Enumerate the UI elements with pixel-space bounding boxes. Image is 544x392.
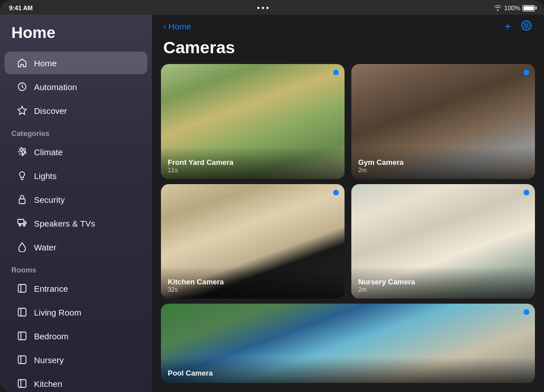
battery-icon: [522, 5, 535, 11]
discover-icon: [16, 104, 28, 117]
camera-name: Kitchen Camera: [168, 278, 338, 286]
sidebar-item-climate[interactable]: Climate: [5, 140, 147, 163]
sidebar-discover-label: Discover: [34, 106, 67, 116]
status-time: 9:41 AM: [9, 5, 33, 11]
camera-card-pool[interactable]: Pool Camera: [161, 304, 535, 383]
camera-card-gym[interactable]: Gym Camera 2m: [351, 64, 535, 179]
camera-name: Front Yard Camera: [168, 158, 338, 167]
camera-time: 2m: [358, 286, 528, 293]
svg-rect-12: [18, 356, 26, 364]
svg-point-3: [24, 152, 26, 154]
room-icon: [16, 282, 28, 295]
camera-time: 32s: [168, 286, 338, 293]
sidebar-kitchen-label: Kitchen: [34, 379, 62, 389]
status-dot: [266, 7, 269, 9]
sidebar-item-discover[interactable]: Discover: [5, 99, 147, 122]
room-icon: [16, 330, 28, 342]
sidebar-item-water[interactable]: Water: [5, 236, 147, 258]
camera-card-nursery[interactable]: Nursery Camera 2m: [351, 184, 535, 299]
sidebar-title: Home: [0, 24, 152, 51]
categories-section-label: Categories: [0, 122, 152, 140]
back-chevron-icon: ‹: [163, 22, 166, 32]
room-icon: [16, 353, 28, 366]
sidebar-bedroom-label: Bedroom: [34, 331, 69, 341]
camera-live-dot: [524, 70, 529, 75]
camera-live-dot: [524, 190, 529, 195]
svg-rect-10: [18, 308, 26, 316]
sidebar-item-lights[interactable]: Lights: [5, 164, 147, 187]
camera-grid: Front Yard Camera 11s Gym Camera 2m: [152, 64, 544, 392]
home-icon: [16, 57, 28, 69]
svg-rect-5: [19, 199, 26, 203]
room-icon: [16, 377, 28, 390]
camera-live-dot: [333, 190, 339, 195]
sidebar-item-bedroom[interactable]: Bedroom: [5, 325, 147, 347]
svg-point-2: [23, 148, 26, 151]
water-icon: [16, 241, 28, 253]
camera-overlay: Pool Camera: [161, 357, 535, 383]
svg-rect-6: [18, 219, 24, 224]
camera-overlay: Kitchen Camera 32s: [161, 266, 345, 299]
camera-overlay: Gym Camera 2m: [351, 147, 535, 179]
main-layout: Home Home Automation: [0, 15, 544, 392]
sidebar-item-kitchen[interactable]: Kitchen: [5, 372, 147, 392]
camera-live-dot: [333, 70, 339, 75]
svg-point-15: [525, 24, 528, 27]
back-button[interactable]: ‹ Home: [163, 22, 191, 32]
status-center: [257, 7, 269, 9]
climate-icon: [16, 146, 28, 158]
sidebar: Home Home Automation: [0, 15, 152, 392]
sidebar-entrance-label: Entrance: [34, 284, 68, 293]
add-button[interactable]: +: [504, 21, 511, 32]
sidebar-item-entrance[interactable]: Entrance: [5, 277, 147, 300]
sidebar-item-speakers-tvs[interactable]: Speakers & TVs: [5, 212, 147, 235]
security-icon: [16, 193, 28, 206]
scene-button[interactable]: [520, 19, 533, 33]
sidebar-nursery-label: Nursery: [34, 355, 64, 365]
sidebar-security-label: Security: [34, 195, 65, 204]
sidebar-living-room-label: Living Room: [34, 308, 81, 317]
sidebar-item-automation[interactable]: Automation: [5, 75, 147, 98]
content-area: ‹ Home + Cameras: [152, 15, 544, 392]
rooms-section-label: Rooms: [0, 259, 152, 276]
camera-time: 11s: [168, 167, 338, 173]
camera-overlay: Nursery Camera 2m: [351, 266, 535, 299]
sidebar-item-living-room[interactable]: Living Room: [5, 301, 147, 323]
header-actions: +: [504, 19, 533, 33]
camera-name: Pool Camera: [168, 369, 528, 377]
svg-marker-1: [18, 106, 27, 114]
camera-name: Gym Camera: [358, 158, 528, 167]
sidebar-water-label: Water: [34, 242, 56, 252]
battery-percentage: 100%: [504, 5, 520, 11]
lights-icon: [16, 169, 28, 182]
room-icon: [16, 306, 28, 318]
status-dot: [262, 7, 264, 9]
svg-rect-11: [18, 332, 26, 340]
sidebar-home-label: Home: [34, 58, 57, 68]
back-label: Home: [168, 22, 191, 31]
sidebar-lights-label: Lights: [34, 171, 57, 181]
device-frame: 9:41 AM 100% Home: [0, 0, 544, 392]
sidebar-climate-label: Climate: [34, 147, 63, 157]
svg-point-4: [22, 154, 24, 155]
sidebar-speakers-label: Speakers & TVs: [34, 219, 95, 228]
status-right: 100%: [494, 5, 535, 12]
camera-time: 2m: [358, 167, 528, 173]
page-title: Cameras: [152, 36, 544, 64]
sidebar-automation-label: Automation: [34, 82, 77, 92]
camera-card-kitchen[interactable]: Kitchen Camera 32s: [161, 184, 345, 299]
status-bar: 9:41 AM 100%: [0, 0, 544, 15]
sidebar-item-security[interactable]: Security: [5, 188, 147, 211]
camera-card-front-yard[interactable]: Front Yard Camera 11s: [161, 64, 345, 179]
sidebar-item-nursery[interactable]: Nursery: [5, 348, 147, 371]
camera-live-dot: [524, 309, 529, 315]
sidebar-item-home[interactable]: Home: [5, 52, 147, 74]
content-header: ‹ Home +: [152, 15, 544, 36]
camera-overlay: Front Yard Camera 11s: [161, 147, 345, 179]
svg-rect-13: [18, 380, 26, 387]
wifi-icon: [494, 5, 502, 12]
svg-rect-9: [18, 284, 26, 292]
speakers-icon: [16, 217, 28, 229]
automation-icon: [16, 80, 28, 93]
status-dot: [257, 7, 260, 9]
